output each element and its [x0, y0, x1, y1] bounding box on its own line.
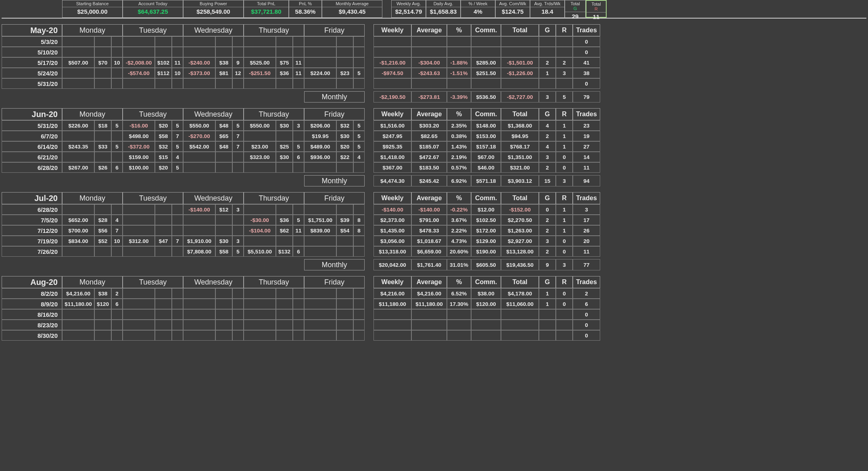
stat-header[interactable]: Trades: [573, 24, 600, 36]
day-cell[interactable]: $323.00$306: [244, 152, 304, 162]
stat-total[interactable]: [501, 330, 539, 341]
month-name[interactable]: Aug-20: [2, 276, 62, 288]
stat-weekly[interactable]: [373, 309, 411, 320]
stat-header[interactable]: G: [539, 108, 556, 120]
day-cell[interactable]: [183, 225, 244, 236]
stat-header[interactable]: G: [539, 192, 556, 204]
day-header[interactable]: Wednesday: [183, 24, 244, 36]
stat-header[interactable]: Trades: [573, 192, 600, 204]
stat-weekly[interactable]: $247.95: [373, 131, 411, 141]
stat-weekly[interactable]: -$140.00: [373, 204, 411, 215]
stat-comm[interactable]: $129.00: [471, 236, 501, 246]
day-cell[interactable]: [183, 78, 244, 89]
stat-avg[interactable]: $791.00: [411, 215, 447, 225]
day-cell[interactable]: [123, 204, 183, 215]
week-date[interactable]: 5/24/20: [2, 68, 62, 78]
week-date[interactable]: 8/9/20: [2, 299, 62, 309]
week-date[interactable]: 8/30/20: [2, 330, 62, 341]
metric-total-g[interactable]: Total G29: [565, 0, 586, 18]
stat-avg[interactable]: -$140.00: [411, 204, 447, 215]
stat-comm[interactable]: [471, 78, 501, 89]
monthly-g[interactable]: 15: [539, 175, 556, 186]
stat-comm[interactable]: [471, 309, 501, 320]
day-cell[interactable]: $243.35$335: [62, 141, 123, 152]
stat-header[interactable]: Average: [411, 192, 447, 204]
stat-g[interactable]: 3: [539, 236, 556, 246]
monthly-g[interactable]: 9: [539, 259, 556, 270]
stat-header[interactable]: Average: [411, 276, 447, 288]
stat-trades[interactable]: 20: [573, 236, 600, 246]
stat-pct[interactable]: 0.38%: [447, 131, 471, 141]
day-cell[interactable]: [123, 330, 183, 341]
stat-avg[interactable]: $1,018.67: [411, 236, 447, 246]
week-date[interactable]: 6/28/20: [2, 204, 62, 215]
stat-total[interactable]: $2,927.00: [501, 236, 539, 246]
stat-trades[interactable]: 0: [573, 320, 600, 330]
week-date[interactable]: 7/5/20: [2, 215, 62, 225]
monthly-trades[interactable]: 94: [573, 175, 600, 186]
day-cell[interactable]: [244, 330, 304, 341]
day-header[interactable]: Thursday: [244, 276, 304, 288]
monthly-weekly[interactable]: $20,042.00: [373, 259, 411, 270]
stat-weekly[interactable]: $925.35: [373, 141, 411, 152]
stat-header[interactable]: R: [556, 24, 573, 36]
stat-r[interactable]: 1: [556, 204, 573, 215]
stat-pct[interactable]: 3.67%: [447, 215, 471, 225]
stat-trades[interactable]: 0: [573, 36, 600, 47]
stat-weekly[interactable]: [373, 47, 411, 57]
stat-weekly[interactable]: $1,516.00: [373, 120, 411, 131]
day-cell[interactable]: [62, 152, 123, 162]
day-cell[interactable]: $700.00$567: [62, 225, 123, 236]
day-cell[interactable]: [123, 225, 183, 236]
stat-header[interactable]: %: [447, 192, 471, 204]
day-cell[interactable]: [123, 47, 183, 57]
stat-pct[interactable]: 2.22%: [447, 225, 471, 236]
day-cell[interactable]: [244, 36, 304, 47]
day-cell[interactable]: [183, 288, 244, 299]
monthly-total[interactable]: -$2,727.00: [501, 91, 539, 103]
stat-r[interactable]: 0: [556, 299, 573, 309]
stat-r[interactable]: [556, 47, 573, 57]
stat-weekly[interactable]: $3,056.00: [373, 236, 411, 246]
stat-total[interactable]: [501, 309, 539, 320]
day-cell[interactable]: $5,510.00$1326: [244, 246, 304, 257]
day-cell[interactable]: [62, 309, 123, 320]
stat-r[interactable]: 0: [556, 152, 573, 162]
metric-avg_com_wk[interactable]: Avg. Com/Wk$124.75: [495, 0, 530, 18]
day-cell[interactable]: $1,751.00$398: [304, 215, 365, 225]
stat-weekly[interactable]: [373, 330, 411, 341]
day-cell[interactable]: $11,180.00$1206: [62, 299, 123, 309]
metric-weekly_avg[interactable]: Weekly Avg.$2,514.79: [391, 0, 426, 18]
day-header[interactable]: Tuesday: [123, 276, 183, 288]
day-cell[interactable]: [304, 320, 365, 330]
stat-total[interactable]: $1,263.00: [501, 225, 539, 236]
day-cell[interactable]: $159.00$154: [123, 152, 183, 162]
day-cell[interactable]: [304, 330, 365, 341]
day-cell[interactable]: [183, 36, 244, 47]
day-cell[interactable]: [62, 246, 123, 257]
day-cell[interactable]: $489.00$205: [304, 141, 365, 152]
day-cell[interactable]: [62, 36, 123, 47]
day-cell[interactable]: $312.00$477: [123, 236, 183, 246]
stat-g[interactable]: [539, 36, 556, 47]
stat-trades[interactable]: 11: [573, 246, 600, 257]
stat-g[interactable]: 2: [539, 246, 556, 257]
day-cell[interactable]: [123, 215, 183, 225]
monthly-label[interactable]: Monthly: [304, 259, 365, 270]
stat-r[interactable]: 1: [556, 225, 573, 236]
stat-r[interactable]: [556, 36, 573, 47]
day-cell[interactable]: [304, 47, 365, 57]
stat-r[interactable]: 0: [556, 288, 573, 299]
stat-r[interactable]: 2: [556, 57, 573, 68]
day-cell[interactable]: $542.00$487: [183, 141, 244, 152]
day-cell[interactable]: [183, 162, 244, 173]
day-cell[interactable]: [62, 204, 123, 215]
monthly-comm[interactable]: $605.50: [471, 259, 501, 270]
day-cell[interactable]: $100.00$205: [123, 162, 183, 173]
stat-weekly[interactable]: [373, 320, 411, 330]
stat-pct[interactable]: [447, 330, 471, 341]
stat-trades[interactable]: 0: [573, 330, 600, 341]
stat-g[interactable]: 4: [539, 120, 556, 131]
stat-trades[interactable]: 14: [573, 152, 600, 162]
day-cell[interactable]: [62, 330, 123, 341]
